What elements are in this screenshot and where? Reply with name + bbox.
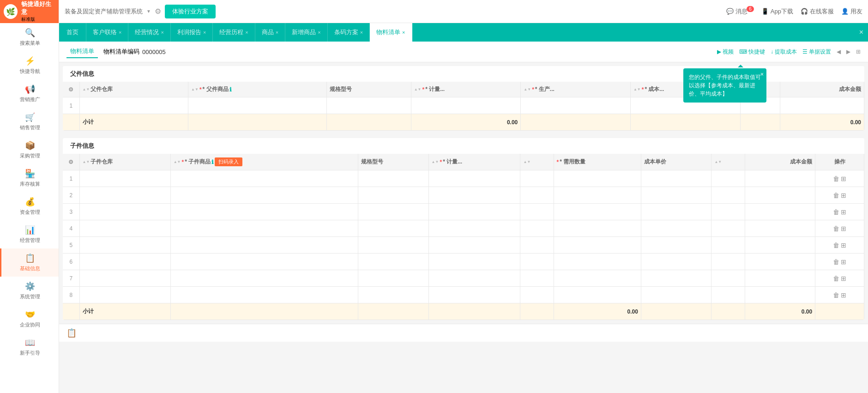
topbar-message[interactable]: 💬 消息 6 <box>726 7 754 16</box>
child-row-6-qty[interactable] <box>554 254 641 270</box>
tab-operation-status-close[interactable]: × <box>161 30 163 35</box>
child-row-1-unit[interactable] <box>428 170 520 187</box>
copy-icon-4[interactable]: ⊞ <box>841 225 846 232</box>
child-row-8-qty[interactable] <box>554 287 641 303</box>
tooltip-close-btn[interactable]: × <box>760 70 764 79</box>
sidebar-item-basic-info[interactable]: 📋 基础信息 <box>0 248 59 277</box>
child-row-6-unit[interactable] <box>428 254 520 270</box>
nav-prev-icon[interactable]: ◀ <box>837 48 841 55</box>
child-row-7-spec[interactable] <box>358 270 429 287</box>
copy-icon-3[interactable]: ⊞ <box>841 208 846 216</box>
sidebar-item-operation[interactable]: 📊 经营管理 <box>0 220 59 248</box>
child-row-7-unit[interactable] <box>428 270 520 287</box>
delete-icon-1[interactable]: 🗑 <box>833 175 839 182</box>
child-row-1-product[interactable] <box>170 170 358 187</box>
child-row-2-qty[interactable] <box>554 187 641 204</box>
delete-icon-5[interactable]: 🗑 <box>833 242 839 249</box>
sidebar-item-sales[interactable]: 🛒 销售管理 <box>0 108 59 136</box>
tab-operation-history[interactable]: 经营历程 × <box>213 23 255 42</box>
copy-icon-2[interactable]: ⊞ <box>841 192 846 199</box>
child-row-3-product[interactable] <box>170 204 358 220</box>
child-row-8-warehouse[interactable] <box>79 287 170 303</box>
tab-profit-report[interactable]: 利润报告 × <box>171 23 213 42</box>
sidebar-item-guide[interactable]: 📖 新手引导 <box>0 333 59 361</box>
child-row-2-unit[interactable] <box>428 187 520 204</box>
page-tab-bom[interactable]: 物料清单 <box>66 45 98 58</box>
child-row-1-qty[interactable] <box>554 170 641 187</box>
child-row-4-unit[interactable] <box>428 220 520 237</box>
child-row-6-warehouse[interactable] <box>79 254 170 270</box>
parent-row-production[interactable] <box>521 97 631 114</box>
action-shortcut[interactable]: ⌨ 快捷键 <box>739 48 765 56</box>
child-row-1-spec[interactable] <box>358 170 429 187</box>
sidebar-item-quick-nav[interactable]: ⚡ 快捷导航 <box>0 51 59 79</box>
child-row-8-unit-cost[interactable] <box>641 287 711 303</box>
child-row-6-product[interactable] <box>170 254 358 270</box>
sidebar-item-system[interactable]: ⚙️ 系统管理 <box>0 277 59 305</box>
action-single-settings[interactable]: ☰ 单据设置 <box>802 48 831 56</box>
expand-icon[interactable]: ⊞ <box>856 48 861 55</box>
scan-button[interactable]: 扫码录入 <box>215 157 242 166</box>
child-row-2-spec[interactable] <box>358 187 429 204</box>
tab-product[interactable]: 商品 × <box>255 23 285 42</box>
child-row-8-spec[interactable] <box>358 287 429 303</box>
tab-home[interactable]: 首页 <box>59 23 86 42</box>
tab-profit-report-close[interactable]: × <box>203 30 206 35</box>
topbar-user[interactable]: 👤 用友 <box>841 7 862 16</box>
child-row-3-warehouse[interactable] <box>79 204 170 220</box>
trial-btn[interactable]: 体验行业方案 <box>165 5 216 18</box>
nav-close-all[interactable]: × <box>855 28 868 36</box>
sidebar-item-purchase[interactable]: 📦 采购管理 <box>0 136 59 164</box>
action-view[interactable]: ▶ 视频 <box>717 48 734 56</box>
tab-bom-list-close[interactable]: × <box>402 30 405 35</box>
child-row-4-unit-cost[interactable] <box>641 220 711 237</box>
child-row-8-product[interactable] <box>170 287 358 303</box>
tab-product-close[interactable]: × <box>276 30 278 35</box>
child-row-2-product[interactable] <box>170 187 358 204</box>
tab-barcode-plan[interactable]: 条码方案 × <box>328 23 370 42</box>
parent-row-product[interactable] <box>188 97 327 114</box>
tab-customer-close[interactable]: × <box>119 30 121 35</box>
child-row-1-warehouse[interactable] <box>79 170 170 187</box>
tab-operation-status[interactable]: 经营情况 × <box>128 23 170 42</box>
tab-customer[interactable]: 客户联络 × <box>86 23 128 42</box>
tab-new-product[interactable]: 新增商品 × <box>285 23 327 42</box>
tab-operation-history-close[interactable]: × <box>245 30 248 35</box>
child-row-5-warehouse[interactable] <box>79 237 170 254</box>
child-row-3-unit-cost[interactable] <box>641 204 711 220</box>
topbar-dropdown-arrow[interactable]: ▼ <box>146 9 151 14</box>
child-row-4-spec[interactable] <box>358 220 429 237</box>
delete-icon-4[interactable]: 🗑 <box>833 225 839 232</box>
child-row-6-unit-cost[interactable] <box>641 254 711 270</box>
child-row-7-unit-cost[interactable] <box>641 270 711 287</box>
child-row-2-warehouse[interactable] <box>79 187 170 204</box>
topbar-gear-icon[interactable]: ⚙ <box>155 7 161 16</box>
delete-icon-2[interactable]: 🗑 <box>833 192 839 199</box>
action-extract-cost[interactable]: ↓ 提取成本 <box>771 48 797 56</box>
sidebar-item-marketing[interactable]: 📢 营销推广 <box>0 79 59 108</box>
child-row-5-spec[interactable] <box>358 237 429 254</box>
child-row-5-unit-cost[interactable] <box>641 237 711 254</box>
delete-icon-7[interactable]: 🗑 <box>833 275 839 282</box>
child-row-7-warehouse[interactable] <box>79 270 170 287</box>
child-row-2-unit-cost[interactable] <box>641 187 711 204</box>
tab-new-product-close[interactable]: × <box>318 30 320 35</box>
copy-icon-1[interactable]: ⊞ <box>841 175 846 182</box>
child-row-4-warehouse[interactable] <box>79 220 170 237</box>
child-row-6-spec[interactable] <box>358 254 429 270</box>
child-row-5-qty[interactable] <box>554 237 641 254</box>
copy-icon-6[interactable]: ⊞ <box>841 258 846 266</box>
sidebar-item-inventory[interactable]: 🏪 库存核算 <box>0 164 59 192</box>
delete-icon-3[interactable]: 🗑 <box>833 208 839 216</box>
nav-next-icon[interactable]: ▶ <box>846 48 850 55</box>
sidebar-item-cooperation[interactable]: 🤝 企业协同 <box>0 305 59 333</box>
copy-icon-5[interactable]: ⊞ <box>841 242 846 249</box>
copy-icon-7[interactable]: ⊞ <box>841 275 846 282</box>
child-row-7-product[interactable] <box>170 270 358 287</box>
parent-row-unit[interactable] <box>411 97 521 114</box>
topbar-app-download[interactable]: 📱 App下载 <box>761 7 793 16</box>
child-row-4-qty[interactable] <box>554 220 641 237</box>
child-th-gear[interactable]: ⚙ <box>63 154 79 170</box>
tab-barcode-plan-close[interactable]: × <box>360 30 363 35</box>
child-row-7-qty[interactable] <box>554 270 641 287</box>
